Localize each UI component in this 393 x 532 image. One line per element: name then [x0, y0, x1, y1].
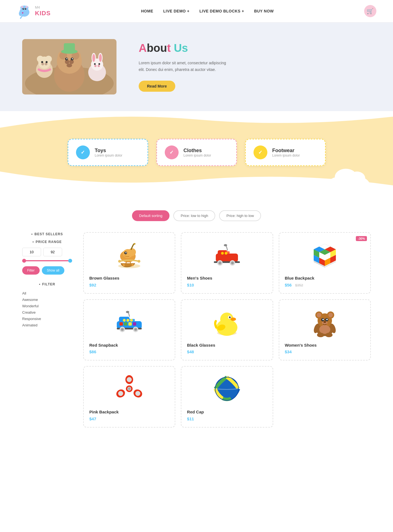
- sort-high-low[interactable]: Price: high to low: [219, 210, 261, 221]
- svg-point-35: [41, 61, 43, 63]
- svg-point-43: [94, 65, 97, 67]
- range-dot-left[interactable]: [22, 259, 26, 263]
- product-name-7: Red Cap: [187, 409, 267, 415]
- svg-point-139: [118, 391, 123, 396]
- svg-point-123: [319, 325, 330, 334]
- sort-default[interactable]: Default sorting: [132, 210, 170, 221]
- svg-point-112: [230, 318, 236, 321]
- product-card-1[interactable]: Men's Shoes $10: [181, 232, 273, 294]
- svg-point-56: [138, 260, 140, 263]
- product-image-4: [187, 305, 267, 339]
- product-price-5: $34: [285, 349, 365, 354]
- cart-button[interactable]: 🛒: [364, 5, 376, 17]
- filter-creative[interactable]: Creative: [22, 309, 72, 316]
- footwear-card-text: Footwear Lorem ipsum dolor: [272, 148, 300, 157]
- nav-live-demo[interactable]: LIVE DEMO +: [163, 9, 189, 13]
- product-price-value-1: $10: [187, 283, 194, 287]
- teddy-bears-illustration: [22, 39, 116, 94]
- svg-point-133: [325, 333, 333, 337]
- product-image-2: [285, 238, 365, 272]
- filter-awesome[interactable]: Awesome: [22, 296, 72, 303]
- filter-all[interactable]: All: [22, 290, 72, 296]
- product-card-5[interactable]: Women's Shoes $34: [279, 299, 371, 361]
- toy-train-svg: [212, 240, 242, 270]
- product-name-4: Black Glasses: [187, 342, 267, 348]
- logo-text: M4 KIDS: [35, 5, 51, 17]
- svg-point-5: [26, 6, 28, 8]
- svg-point-120: [317, 313, 321, 317]
- nav-home[interactable]: HOME: [141, 9, 153, 13]
- product-image-5: [285, 305, 365, 339]
- svg-rect-108: [133, 322, 136, 326]
- product-card-2[interactable]: Blue Backpack $56 $352 -30%: [279, 232, 371, 294]
- product-name-6: Pink Backpack: [89, 409, 169, 415]
- product-price-value-7: $11: [187, 416, 194, 421]
- svg-point-104: [126, 311, 129, 313]
- svg-rect-105: [120, 322, 123, 326]
- wave-top-svg: [0, 111, 393, 128]
- product-image-6: [89, 372, 169, 405]
- svg-point-115: [230, 316, 231, 317]
- read-more-button[interactable]: Read More: [139, 81, 175, 92]
- svg-point-52: [125, 252, 126, 253]
- nav-live-demo-blocks[interactable]: LIVE DEMO BLOCKS +: [199, 9, 244, 13]
- sort-low-high[interactable]: Price: low to high: [173, 210, 215, 221]
- product-name-2: Blue Backpack: [285, 275, 365, 281]
- product-card-6[interactable]: Pink Backpack $47: [83, 366, 175, 428]
- price-range-label: PRICE RANGE: [22, 240, 72, 244]
- svg-point-142: [128, 387, 131, 390]
- category-card-clothes[interactable]: ✓ Clothes Lorem ipsum dolor: [156, 139, 237, 166]
- toys-desc: Lorem ipsum dolor: [95, 154, 122, 157]
- sidebar-buttons: Filter Show all: [22, 266, 72, 275]
- product-image-1: [187, 238, 267, 272]
- about-title: About Us: [139, 42, 371, 54]
- about-image: [22, 39, 116, 94]
- price-max-input[interactable]: [43, 248, 62, 256]
- clothes-card-text: Clothes Lorem ipsum dolor: [184, 148, 211, 157]
- show-all-button[interactable]: Show all: [42, 266, 64, 275]
- nav-buy-now[interactable]: BUY NOW: [254, 9, 274, 13]
- svg-point-96: [122, 329, 123, 330]
- svg-point-66: [232, 262, 233, 264]
- about-section: About Us Lorem ipsum dolor sit amet, con…: [0, 22, 393, 111]
- product-price-6: $47: [89, 416, 169, 421]
- rocking-horse-svg: [114, 240, 144, 270]
- filter-wonderful[interactable]: Wonderful: [22, 303, 72, 309]
- footwear-title: Footwear: [272, 148, 300, 154]
- product-card-3[interactable]: Red Snapback $86: [83, 299, 175, 361]
- rubber-duck-svg: [212, 307, 242, 337]
- category-card-footwear[interactable]: ✓ Footwear Lorem ipsum dolor: [245, 139, 326, 166]
- product-price-value-6: $47: [89, 416, 96, 421]
- svg-point-9: [26, 8, 26, 9]
- toys-icon-circle: ✓: [76, 145, 90, 159]
- svg-point-36: [46, 61, 48, 63]
- svg-text:♥: ♥: [22, 11, 24, 14]
- product-card-4[interactable]: Black Glasses $48: [181, 299, 273, 361]
- price-min-input[interactable]: [22, 248, 41, 256]
- svg-point-70: [224, 244, 227, 246]
- svg-point-69: [225, 252, 227, 255]
- range-dot-right[interactable]: [68, 259, 72, 263]
- elephant-icon: ♥: [17, 3, 32, 19]
- clothes-icon-circle: ✓: [165, 145, 179, 159]
- toys-title: Toys: [95, 148, 122, 154]
- svg-point-42: [99, 54, 102, 62]
- category-card-toys[interactable]: ✓ Toys Lorem ipsum dolor: [68, 139, 148, 166]
- fidget-spinner-svg: [114, 374, 144, 404]
- product-price-2: $56 $352: [285, 283, 365, 288]
- product-name-1: Men's Shoes: [187, 275, 267, 281]
- product-price-old-2: $352: [295, 283, 303, 287]
- svg-point-6: [22, 8, 24, 10]
- svg-point-55: [118, 260, 121, 263]
- about-content: About Us Lorem ipsum dolor sit amet, con…: [139, 42, 371, 92]
- products-section: Default sorting Price: low to high Price…: [0, 194, 393, 444]
- product-image-3: [89, 305, 169, 339]
- about-description: Lorem ipsum dolor sit amet, consectetur …: [139, 60, 227, 73]
- filter-responsive[interactable]: Responsive: [22, 316, 72, 322]
- product-card-0[interactable]: Brown Glasses $92: [83, 232, 175, 294]
- filter-animated[interactable]: Animated: [22, 322, 72, 328]
- svg-point-54: [131, 264, 134, 266]
- filter-button[interactable]: Filter: [22, 266, 40, 275]
- toy-train2-svg: [114, 307, 144, 337]
- product-card-7[interactable]: Red Cap $11: [181, 366, 273, 428]
